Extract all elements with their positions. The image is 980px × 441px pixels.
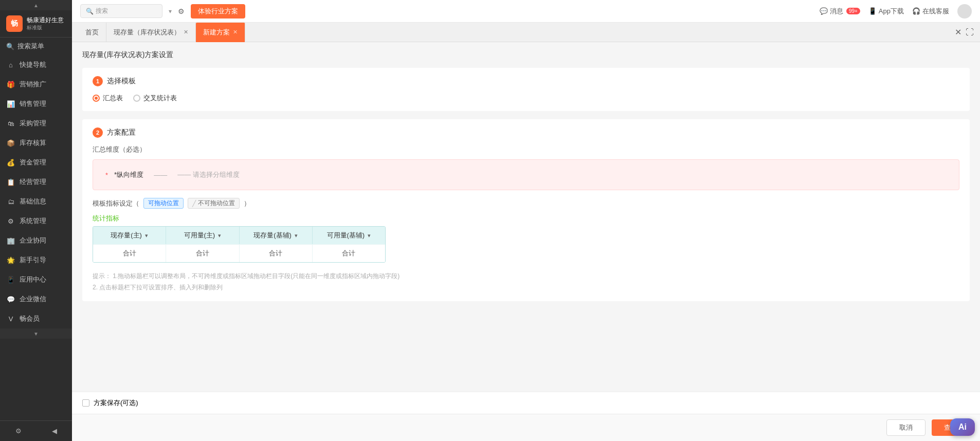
sidebar-item-label: 营销推广 bbox=[20, 80, 46, 89]
indicator-prefix: 模板指标设定（ bbox=[93, 199, 139, 208]
topbar-search-box[interactable]: 🔍 搜索 bbox=[80, 4, 162, 18]
tab-inventory-status[interactable]: 现存量（库存状况表） ✕ bbox=[106, 23, 196, 42]
page-title: 现存量(库存状况表)方案设置 bbox=[82, 50, 970, 60]
sidebar-search[interactable]: 🔍 搜索菜单 bbox=[0, 38, 72, 55]
money-icon: 💰 bbox=[6, 158, 15, 167]
sidebar-item-label: 应用中心 bbox=[20, 275, 46, 284]
radio-cross[interactable]: 交叉统计表 bbox=[133, 94, 177, 103]
tip2: 2. 点击标题栏下拉可设置排序、插入列和删除列 bbox=[93, 282, 959, 293]
sidebar-item-member[interactable]: V 畅会员 bbox=[0, 309, 72, 328]
stats-cell-1: 合计 bbox=[166, 245, 239, 262]
stats-col-0-chevron: ▾ bbox=[145, 232, 148, 239]
topbar-dropdown-chevron[interactable]: ▾ bbox=[169, 8, 172, 15]
tab-new-scheme[interactable]: 新建方案 ✕ bbox=[196, 23, 245, 42]
phone-icon: 📱 bbox=[868, 7, 877, 15]
footer-save: 方案保存(可选) bbox=[72, 392, 980, 414]
stats-table-row: 合计 合计 合计 合计 bbox=[93, 244, 385, 262]
sidebar-item-enterprise[interactable]: 🏢 企业协同 bbox=[0, 231, 72, 250]
sidebar-item-system[interactable]: ⚙ 系统管理 bbox=[0, 211, 72, 231]
tab-home-label: 首页 bbox=[85, 28, 99, 37]
sidebar-logo: 畅 畅康通好生意 标准版 bbox=[0, 10, 72, 38]
sidebar: ▲ 畅 畅康通好生意 标准版 🔍 搜索菜单 ⌂ 快捷导航 🎁 营销推广 📊 销售… bbox=[0, 0, 72, 441]
vertical-dim-area[interactable]: * *纵向维度 —— —— 请选择分组维度 bbox=[93, 159, 959, 190]
vertical-dim-label: *纵向维度 bbox=[114, 170, 143, 179]
dim-divider: —— bbox=[154, 171, 167, 179]
ai-float-button[interactable]: Ai bbox=[950, 418, 975, 436]
sidebar-item-quick-nav[interactable]: ⌂ 快捷导航 bbox=[0, 55, 72, 75]
stats-col-0-label: 现存量(主) bbox=[111, 231, 142, 240]
sidebar-item-app-center[interactable]: 📱 应用中心 bbox=[0, 270, 72, 289]
step2-card: 2 方案配置 汇总维度（必选） * *纵向维度 —— —— 请选择分组维度 模板… bbox=[82, 119, 970, 301]
message-badge: 99+ bbox=[846, 8, 860, 14]
sidebar-item-basic[interactable]: 🗂 基础信息 bbox=[0, 192, 72, 211]
sidebar-item-newbie[interactable]: 🌟 新手引导 bbox=[0, 250, 72, 270]
step2-title: 方案配置 bbox=[107, 128, 136, 137]
stats-col-3[interactable]: 可用量(基辅) ▾ bbox=[313, 227, 385, 244]
tab-new-scheme-close[interactable]: ✕ bbox=[233, 29, 238, 35]
step1-card: 1 选择模板 汇总表 交叉统计表 bbox=[82, 68, 970, 111]
sidebar-item-label: 资金管理 bbox=[20, 158, 46, 167]
topbar-search-text: 搜索 bbox=[96, 7, 108, 15]
sidebar-collapse-btn[interactable]: ◀ bbox=[48, 425, 61, 437]
indicator-settings-label: 模板指标设定（ 可拖动位置 ╱ 不可拖动位置 ） bbox=[93, 198, 959, 209]
tab-expand-btn[interactable]: ⛶ bbox=[966, 28, 974, 37]
action-bar: 取消 查询 bbox=[72, 414, 980, 441]
search-icon: 🔍 bbox=[86, 8, 94, 15]
chart-icon: 📊 bbox=[6, 99, 15, 108]
user-avatar[interactable] bbox=[957, 4, 972, 19]
sidebar-item-operation[interactable]: 📋 经营管理 bbox=[0, 172, 72, 192]
radio-cross-label: 交叉统计表 bbox=[143, 94, 177, 103]
stats-col-1[interactable]: 可用量(主) ▾ bbox=[166, 227, 239, 244]
tab-new-scheme-label: 新建方案 bbox=[203, 28, 230, 37]
indicator-suffix: ） bbox=[244, 199, 250, 208]
cancel-button[interactable]: 取消 bbox=[886, 419, 925, 436]
step1-number: 1 bbox=[93, 76, 103, 86]
sidebar-scroll-down[interactable]: ▼ bbox=[0, 328, 72, 339]
trial-button[interactable]: 体验行业方案 bbox=[191, 4, 245, 19]
tab-close-btn[interactable]: ✕ bbox=[955, 27, 961, 37]
app-logo-icon: 畅 bbox=[6, 15, 23, 32]
enterprise-icon: 🏢 bbox=[6, 236, 15, 245]
stats-col-1-label: 可用量(主) bbox=[184, 231, 215, 240]
tab-inventory-close[interactable]: ✕ bbox=[184, 29, 188, 35]
stats-cell-2: 合计 bbox=[240, 245, 313, 262]
radio-summary[interactable]: 汇总表 bbox=[93, 94, 123, 103]
message-button[interactable]: 💬 消息 99+ bbox=[820, 7, 860, 16]
online-service-button[interactable]: 🎧 在线客服 bbox=[912, 7, 949, 16]
main-content: 🔍 搜索 ▾ ⚙ 体验行业方案 💬 消息 99+ 📱 App下载 🎧 在线客服 bbox=[72, 0, 980, 441]
save-checkbox[interactable] bbox=[82, 399, 89, 407]
sidebar-item-wechat[interactable]: 💬 企业微信 bbox=[0, 289, 72, 309]
sidebar-item-label: 快捷导航 bbox=[20, 60, 46, 69]
sidebar-item-label: 采购管理 bbox=[20, 119, 46, 128]
step1-title: 选择模板 bbox=[107, 77, 136, 86]
stats-cell-3: 合计 bbox=[313, 245, 385, 262]
topbar: 🔍 搜索 ▾ ⚙ 体验行业方案 💬 消息 99+ 📱 App下载 🎧 在线客服 bbox=[72, 0, 980, 23]
immovable-label: 不可拖动位置 bbox=[198, 199, 235, 208]
sidebar-scroll-up[interactable]: ▲ bbox=[0, 0, 72, 10]
sidebar-settings-btn[interactable]: ⚙ bbox=[11, 425, 26, 437]
sidebar-item-sales[interactable]: 📊 销售管理 bbox=[0, 94, 72, 114]
sidebar-item-marketing[interactable]: 🎁 营销推广 bbox=[0, 75, 72, 94]
app-icon: 📱 bbox=[6, 275, 15, 284]
sidebar-item-inventory[interactable]: 📦 库存核算 bbox=[0, 133, 72, 153]
stats-col-0[interactable]: 现存量(主) ▾ bbox=[93, 227, 166, 244]
topbar-right: 💬 消息 99+ 📱 App下载 🎧 在线客服 bbox=[820, 4, 972, 19]
stats-col-2-label: 现存量(基辅) bbox=[253, 231, 292, 240]
sidebar-item-purchase[interactable]: 🛍 采购管理 bbox=[0, 114, 72, 133]
radio-cross-circle bbox=[133, 95, 140, 102]
app-download-button[interactable]: 📱 App下载 bbox=[868, 7, 904, 16]
sidebar-item-finance[interactable]: 💰 资金管理 bbox=[0, 153, 72, 172]
tips-section: 提示： 1.拖动标题栏可以调整布局，不可跨维度或指标区域拖动栏目字段(只能在同一… bbox=[93, 271, 959, 293]
tab-home[interactable]: 首页 bbox=[78, 23, 106, 42]
app-download-label: App下载 bbox=[879, 7, 904, 16]
template-radio-group: 汇总表 交叉统计表 bbox=[93, 94, 959, 103]
app-edition: 标准版 bbox=[27, 24, 64, 31]
stats-col-2[interactable]: 现存量(基辅) ▾ bbox=[240, 227, 313, 244]
sidebar-item-label: 畅会员 bbox=[20, 314, 40, 323]
sidebar-item-label: 新手引导 bbox=[20, 255, 46, 265]
stats-cell-0: 合计 bbox=[93, 245, 166, 262]
movable-tag: 可拖动位置 bbox=[143, 198, 184, 209]
summary-dim-label: 汇总维度（必选） bbox=[93, 145, 959, 154]
gift-icon: 🎁 bbox=[6, 80, 15, 89]
topbar-gear-icon[interactable]: ⚙ bbox=[178, 7, 185, 15]
